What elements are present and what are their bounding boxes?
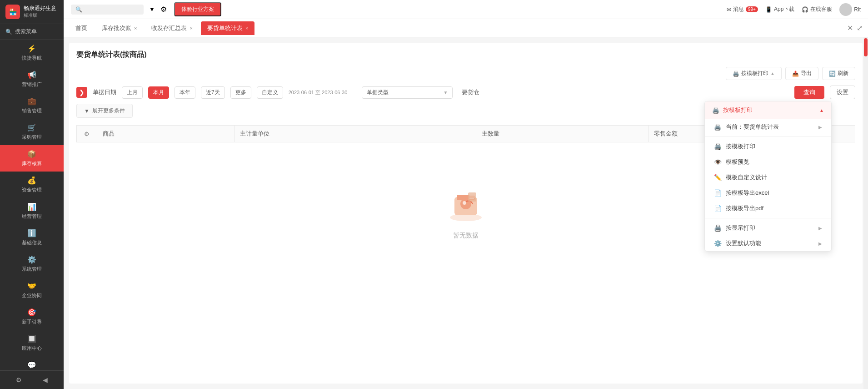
dropdown-sub-item-set-default[interactable]: ⚙️ 设置默认功能 ▶ [705, 236, 831, 251]
col-settings: ⚙ [77, 126, 97, 142]
tab-receipt-summary[interactable]: 收发存汇总表 × [145, 21, 199, 35]
tab-close-receipt-summary[interactable]: × [190, 25, 192, 31]
user-avatar-item[interactable]: Rit [839, 3, 861, 16]
header-right: ✉ 消息 99+ 📱 App下载 🎧 在线客服 Rit [727, 3, 861, 16]
print-btn[interactable]: 🖨️ 按模板打印 ▲ [726, 67, 782, 80]
cargo-label: 要货仓 [462, 88, 479, 96]
sidebar-item-wechat[interactable]: 💬 企业微信 [0, 356, 64, 370]
dropdown-item-template-design[interactable]: ✏️ 模板自定义设计 [705, 170, 831, 185]
table-settings-icon[interactable]: ⚙ [82, 129, 91, 138]
query-btn[interactable]: 查询 [794, 86, 824, 99]
date-btn-prev[interactable]: 上月 [122, 86, 143, 99]
app-download-item[interactable]: 📱 App下载 [765, 5, 794, 13]
app-download-label: App下载 [774, 5, 794, 13]
app-download-icon: 📱 [765, 6, 772, 13]
refresh-btn[interactable]: 🔄 刷新 [822, 67, 855, 80]
date-btn-year[interactable]: 本年 [175, 86, 195, 99]
sidebar-item-operations[interactable]: 📊 经营管理 [0, 198, 64, 224]
sub-left-default: ⚙️ 设置默认功能 [714, 239, 761, 248]
sidebar-item-label: 快捷导航 [22, 55, 42, 61]
sidebar-logo: 🏪 畅康通好生意 标准版 [0, 0, 64, 24]
settings-btn[interactable]: 设置 [830, 86, 855, 99]
tab-close-inventory-batch[interactable]: × [134, 25, 137, 31]
dropdown-sub-item-display-print[interactable]: 🖨️ 按显示打印 ▶ [705, 220, 831, 236]
tab-window-controls: ✕ ⤢ [847, 24, 863, 32]
search-icon: 🔍 [5, 29, 12, 35]
app-logo-icon: 🏪 [5, 5, 20, 19]
tab-close-order-stats[interactable]: × [245, 25, 248, 31]
sidebar-item-finance[interactable]: 💰 资金管理 [0, 172, 64, 198]
tab-order-stats[interactable]: 要货单统计表 × [201, 21, 254, 35]
expand-window-icon[interactable]: ⤢ [857, 24, 863, 32]
dropdown-item-template-export-excel[interactable]: 📄 按模板导出excel [705, 185, 831, 201]
sidebar-item-system[interactable]: ⚙️ 系统管理 [0, 251, 64, 277]
close-window-icon[interactable]: ✕ [847, 24, 853, 32]
export-icon: 📤 [792, 71, 799, 77]
sidebar-item-basics[interactable]: ℹ️ 基础信息 [0, 224, 64, 251]
export-pdf-label: 按模板导出pdf [726, 204, 763, 212]
online-service-item[interactable]: 🎧 在线客服 [802, 5, 832, 13]
dropdown-close-arrow[interactable]: ▲ [819, 108, 824, 113]
right-scrollbar[interactable] [863, 37, 868, 389]
sidebar-search-label: 搜索菜单 [15, 28, 37, 35]
sidebar-settings-icon[interactable]: ⚙ [16, 376, 22, 384]
sidebar-item-apps[interactable]: 🔲 应用中心 [0, 330, 64, 356]
dropdown-current-item[interactable]: 🖨️ 当前：要货单统计表 ▶ [705, 119, 831, 135]
system-icon: ⚙️ [27, 255, 36, 264]
dropdown-header[interactable]: 🖨️ 按模板打印 ▲ [705, 101, 831, 119]
date-btn-current[interactable]: 本月 [148, 86, 169, 99]
date-btn-more[interactable]: 更多 [230, 86, 251, 99]
tab-label: 要货单统计表 [207, 24, 243, 32]
sidebar-item-label: 库存核算 [22, 160, 42, 167]
header-gear-icon[interactable]: ⚙ [160, 5, 167, 14]
message-item[interactable]: ✉ 消息 99+ [727, 5, 758, 13]
sidebar-item-purchase[interactable]: 🛒 采购管理 [0, 119, 64, 145]
trial-btn[interactable]: 体验行业方案 [174, 2, 221, 16]
sidebar-toggle-icon[interactable]: ◀ [43, 376, 48, 384]
type-filter-select[interactable]: 单据类型 ▼ [362, 86, 453, 99]
dropdown-item-template-preview[interactable]: 👁️ 模板预览 [705, 154, 831, 170]
sidebar-item-marketing[interactable]: 📢 营销推广 [0, 66, 64, 92]
sidebar-search[interactable]: 🔍 搜索菜单 [0, 24, 64, 40]
refresh-icon: 🔄 [829, 71, 836, 77]
sidebar-item-guide[interactable]: 🎯 新手引导 [0, 303, 64, 330]
header-dropdown-arrow[interactable]: ▼ [149, 6, 155, 13]
col-quantity-label: 主数量 [482, 130, 499, 137]
main-area: 🔍 ▼ ⚙ 体验行业方案 ✉ 消息 99+ 📱 App下载 🎧 在线客服 Rit [64, 0, 868, 389]
empty-state-illustration [443, 179, 489, 224]
filter-expand-btn[interactable]: ❯ [76, 87, 87, 98]
date-btn-custom[interactable]: 自定义 [257, 86, 283, 99]
current-label: 当前：要货单统计表 [726, 123, 779, 131]
col-quantity: 主数量 [476, 126, 648, 142]
tab-inventory-batch[interactable]: 库存批次账 × [95, 21, 143, 35]
svg-point-4 [463, 201, 466, 205]
sidebar-bottom: ⚙ ◀ [0, 370, 64, 389]
sidebar-item-label: 经营管理 [22, 213, 42, 220]
sidebar-item-sales[interactable]: 💼 销售管理 [0, 92, 64, 119]
top-header: 🔍 ▼ ⚙ 体验行业方案 ✉ 消息 99+ 📱 App下载 🎧 在线客服 Rit [64, 0, 868, 19]
sidebar-item-enterprise[interactable]: 🤝 企业协同 [0, 277, 64, 303]
sidebar-item-label: 企业协同 [22, 292, 42, 299]
sidebar-item-label: 销售管理 [22, 107, 42, 114]
top-action-row: 🖨️ 按模板打印 ▲ 📤 导出 🔄 刷新 [76, 67, 855, 80]
basics-icon: ℹ️ [27, 229, 36, 237]
sidebar-item-inventory[interactable]: 📦 库存核算 [0, 145, 64, 172]
template-print-icon: 🖨️ [714, 143, 721, 150]
header-search-bar[interactable]: 🔍 [71, 5, 144, 15]
date-range: 2023-06-01 至 2023-06-30 [289, 89, 348, 96]
dropdown-item-template-export-pdf[interactable]: 📄 按模板导出pdf [705, 201, 831, 216]
dropdown-item-template-print[interactable]: 🖨️ 按模板打印 [705, 139, 831, 154]
operations-icon: 📊 [27, 202, 36, 211]
display-print-label: 按显示打印 [726, 224, 755, 232]
quick-nav-icon: ⚡ [27, 44, 36, 53]
date-btn-week7[interactable]: 近7天 [201, 86, 225, 99]
app-badge: 标准版 [24, 12, 56, 19]
sidebar-item-quick-nav[interactable]: ⚡ 快捷导航 [0, 40, 64, 66]
current-chevron: ▶ [818, 125, 822, 130]
set-default-icon: ⚙️ [714, 240, 721, 247]
dropdown-current-left: 🖨️ 当前：要货单统计表 [714, 123, 779, 131]
export-btn[interactable]: 📤 导出 [785, 67, 818, 80]
expand-more-btn[interactable]: ▼ 展开更多条件 [76, 104, 133, 118]
tab-home[interactable]: 首页 [69, 21, 94, 35]
col-unit-label: 主计量单位 [240, 130, 269, 137]
